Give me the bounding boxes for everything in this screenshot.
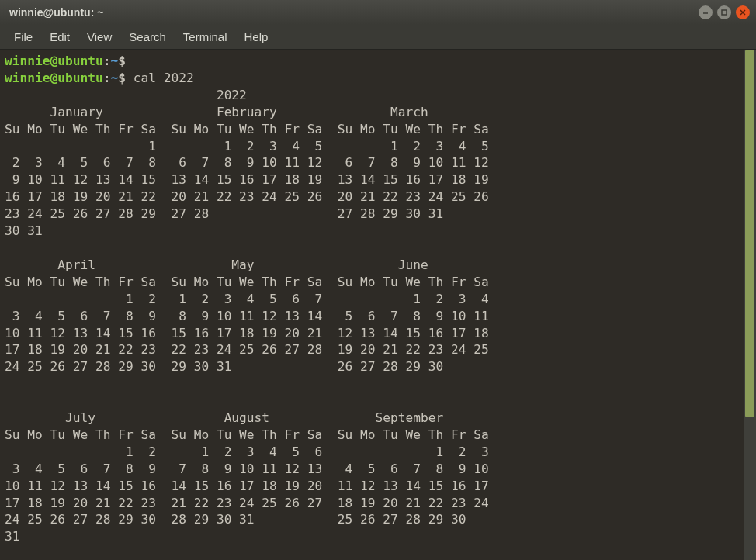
close-icon bbox=[739, 9, 747, 16]
titlebar: winnie@ubuntu: ~ bbox=[0, 0, 756, 25]
command-1 bbox=[126, 54, 134, 68]
prompt-at: @ bbox=[50, 54, 57, 68]
menu-view[interactable]: View bbox=[79, 27, 120, 47]
minimize-button[interactable] bbox=[699, 5, 713, 19]
prompt-at: @ bbox=[50, 71, 57, 85]
prompt-user: winnie bbox=[5, 71, 50, 85]
prompt-dollar: $ bbox=[118, 54, 126, 68]
menu-search[interactable]: Search bbox=[121, 27, 174, 47]
window-controls bbox=[699, 5, 750, 19]
prompt-path: ~ bbox=[110, 71, 118, 85]
terminal-window: winnie@ubuntu: ~ File Edit View Search T… bbox=[0, 0, 756, 560]
prompt-colon: : bbox=[103, 54, 111, 68]
prompt-host: ubuntu bbox=[57, 54, 102, 68]
prompt-host: ubuntu bbox=[57, 71, 102, 85]
prompt-dollar: $ bbox=[118, 71, 126, 85]
menu-edit[interactable]: Edit bbox=[42, 27, 78, 47]
close-button[interactable] bbox=[736, 5, 750, 19]
menu-file[interactable]: File bbox=[6, 27, 40, 47]
scrollbar[interactable] bbox=[744, 50, 756, 560]
menu-help[interactable]: Help bbox=[237, 27, 276, 47]
command-2: cal 2022 bbox=[126, 71, 194, 85]
menubar: File Edit View Search Terminal Help bbox=[0, 25, 756, 50]
window-title: winnie@ubuntu: ~ bbox=[6, 6, 699, 19]
menu-terminal[interactable]: Terminal bbox=[175, 27, 235, 47]
scroll-thumb[interactable] bbox=[745, 50, 754, 417]
prompt-path: ~ bbox=[110, 54, 118, 68]
prompt-colon: : bbox=[103, 71, 111, 85]
terminal-content[interactable]: winnie@ubuntu:~$ winnie@ubuntu:~$ cal 20… bbox=[0, 50, 744, 560]
prompt-user: winnie bbox=[5, 54, 50, 68]
svg-rect-1 bbox=[722, 10, 727, 15]
maximize-button[interactable] bbox=[717, 5, 731, 19]
calendar-output: 2022 January February March Su Mo Tu We … bbox=[5, 88, 504, 544]
minimize-icon bbox=[702, 9, 709, 16]
maximize-icon bbox=[720, 9, 728, 16]
terminal-body: winnie@ubuntu:~$ winnie@ubuntu:~$ cal 20… bbox=[0, 50, 756, 560]
